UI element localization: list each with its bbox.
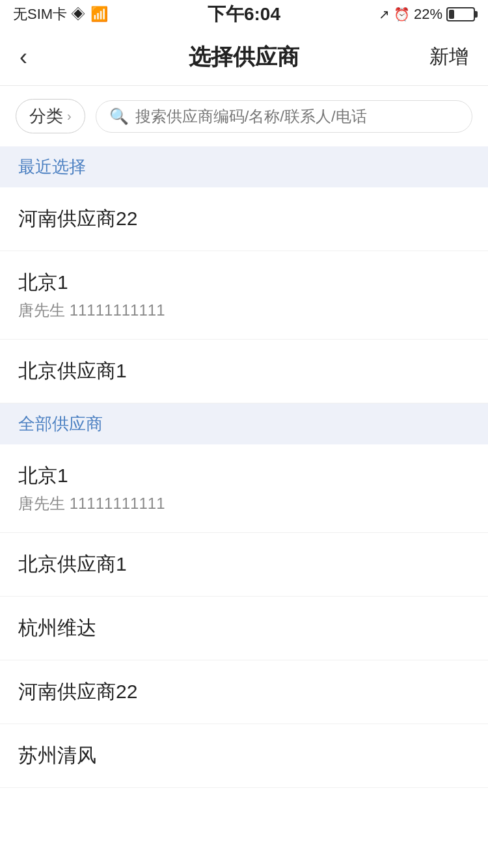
battery-icon — [446, 7, 475, 21]
wifi-icon: 📶 — [90, 6, 108, 23]
alarm-icon: ⏰ — [394, 7, 410, 22]
location-icon: ↗ — [379, 7, 390, 22]
list-item[interactable]: 河南供应商22 — [0, 660, 488, 724]
list-item[interactable]: 河南供应商22 — [0, 187, 488, 251]
chevron-right-icon: › — [67, 109, 72, 124]
nav-bar: ‹ 选择供应商 新增 — [0, 29, 488, 86]
recent-list: 河南供应商22 北京1 唐先生 11111111111 北京供应商1 — [0, 187, 488, 403]
item-name: 杭州维达 — [18, 615, 470, 642]
list-item[interactable]: 北京1 唐先生 11111111111 — [0, 251, 488, 340]
search-input[interactable] — [135, 107, 459, 126]
list-item[interactable]: 北京供应商1 — [0, 533, 488, 597]
search-box[interactable]: 🔍 — [96, 100, 472, 133]
all-list: 北京1 唐先生 11111111111 北京供应商1 杭州维达 河南供应商22 … — [0, 444, 488, 788]
search-icon: 🔍 — [109, 107, 129, 126]
list-item[interactable]: 杭州维达 — [0, 597, 488, 660]
item-name: 河南供应商22 — [18, 206, 470, 232]
status-right: ↗ ⏰ 22% — [379, 6, 475, 23]
category-label: 分类 — [29, 105, 63, 128]
item-name: 河南供应商22 — [18, 679, 470, 705]
page-title: 选择供应商 — [189, 42, 299, 72]
filter-bar: 分类 › 🔍 — [0, 86, 488, 146]
status-time: 下午6:04 — [208, 2, 280, 27]
item-sub: 唐先生 11111111111 — [18, 493, 470, 514]
sim-status: 无SIM卡 ◈ — [13, 5, 85, 24]
status-bar: 无SIM卡 ◈ 📶 下午6:04 ↗ ⏰ 22% — [0, 0, 488, 29]
item-name: 北京1 — [18, 269, 470, 296]
item-name: 苏州清风 — [18, 742, 470, 769]
list-item[interactable]: 苏州清风 — [0, 724, 488, 788]
item-name: 北京供应商1 — [18, 358, 470, 385]
all-section-header: 全部供应商 — [0, 403, 488, 444]
recent-section-header: 最近选择 — [0, 146, 488, 187]
new-button[interactable]: 新增 — [429, 44, 468, 70]
item-sub: 唐先生 11111111111 — [18, 300, 470, 321]
status-left: 无SIM卡 ◈ 📶 — [13, 5, 108, 24]
category-button[interactable]: 分类 › — [16, 99, 85, 133]
list-item[interactable]: 北京供应商1 — [0, 340, 488, 403]
list-item[interactable]: 北京1 唐先生 11111111111 — [0, 444, 488, 533]
item-name: 北京供应商1 — [18, 551, 470, 578]
back-button[interactable]: ‹ — [20, 44, 59, 71]
item-name: 北京1 — [18, 463, 470, 489]
battery-percent: 22% — [414, 6, 442, 23]
